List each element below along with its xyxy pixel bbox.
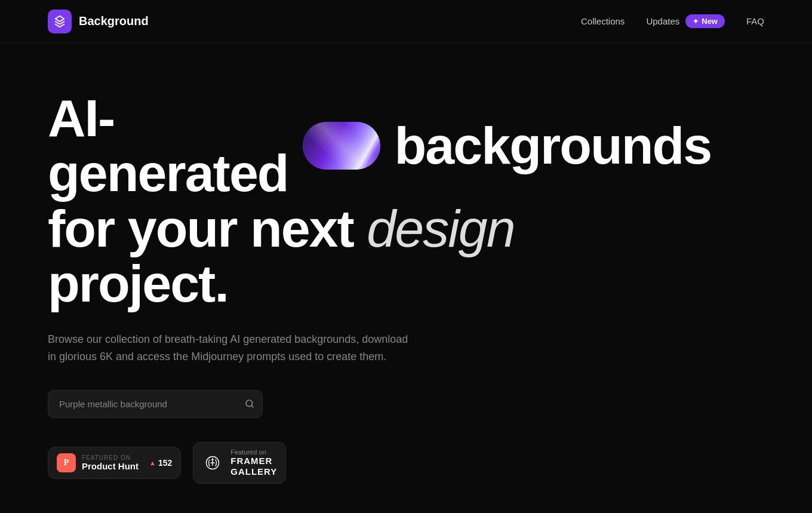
ph-count: 152 xyxy=(158,458,172,468)
ph-featured-on-label: FEATURED ON xyxy=(82,454,139,461)
hero-title: AI-generated backgrounds for your next d… xyxy=(48,91,609,312)
hero-title-line2-part1: for your next xyxy=(48,199,353,258)
nav-updates[interactable]: Updates xyxy=(646,16,679,26)
framer-badge[interactable]: Featured on FRAMER GALLERY xyxy=(193,442,286,484)
ph-count-area: ▲ 152 xyxy=(149,458,172,468)
logo-icon xyxy=(48,10,72,33)
nav-collections[interactable]: Collections xyxy=(581,16,625,26)
hero-title-part2: backgrounds xyxy=(395,118,712,173)
updates-area: Updates ✦ New xyxy=(646,14,725,28)
new-badge-label: New xyxy=(702,17,718,26)
hero-section: AI-generated backgrounds for your next d… xyxy=(0,43,657,513)
framer-logo xyxy=(202,452,223,474)
framer-gallery-name: FRAMER GALLERY xyxy=(230,456,277,477)
new-badge[interactable]: ✦ New xyxy=(685,14,725,28)
hero-title-part1: AI-generated xyxy=(48,91,288,201)
product-hunt-badge[interactable]: P FEATURED ON Product Hunt ▲ 152 xyxy=(48,447,181,479)
search-input[interactable] xyxy=(48,390,263,418)
product-hunt-text: FEATURED ON Product Hunt xyxy=(82,454,139,471)
product-hunt-logo: P xyxy=(57,453,76,472)
nav-links: Collections Updates ✦ New FAQ xyxy=(581,14,764,28)
svg-line-1 xyxy=(251,406,253,408)
hero-description: Browse our collection of breath-taking A… xyxy=(48,331,478,366)
ph-arrow: ▲ xyxy=(149,459,156,466)
new-badge-star: ✦ xyxy=(693,17,699,26)
hero-title-italic: design xyxy=(367,199,514,258)
logo-text: Background xyxy=(79,14,149,28)
hero-title-line2-part2: project. xyxy=(48,254,228,313)
logo[interactable]: Background xyxy=(48,10,149,33)
search-wrapper xyxy=(48,390,263,418)
badge-row: P FEATURED ON Product Hunt ▲ 152 xyxy=(48,442,609,484)
framer-featured-on-label: Featured on xyxy=(230,449,277,456)
hero-image-pill xyxy=(303,122,380,170)
ph-name: Product Hunt xyxy=(82,461,139,471)
framer-text: Featured on FRAMER GALLERY xyxy=(230,449,277,477)
nav-faq[interactable]: FAQ xyxy=(746,16,764,26)
search-button[interactable] xyxy=(245,399,254,408)
